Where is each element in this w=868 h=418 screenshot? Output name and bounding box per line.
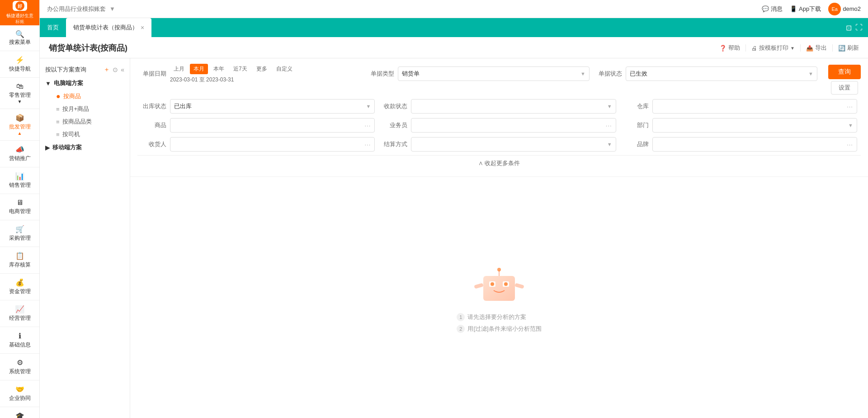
nav-guide[interactable]: 🎓 新手引导 xyxy=(0,407,39,418)
tabbar: 首页 销货单统计表（按商品） × ⊡ ⛶ xyxy=(40,18,868,37)
nav-wholesale[interactable]: 📦 批发管理 ▲ xyxy=(0,109,39,141)
refresh-btn[interactable]: 🔄 刷新 xyxy=(838,44,859,52)
dept-input[interactable]: ▼ xyxy=(652,118,857,133)
dept-caret-icon: ▼ xyxy=(848,123,853,128)
goods-input[interactable]: ··· xyxy=(170,118,375,133)
left-panel-actions: ＋ ⊙ « xyxy=(104,66,124,74)
left-panel-header: 按以下方案查询 ＋ ⊙ « xyxy=(40,63,130,76)
warehouse-input[interactable]: ··· xyxy=(652,99,857,114)
search-menu-item[interactable]: 🔍 搜索菜单 xyxy=(0,25,39,51)
export-icon: 📤 xyxy=(806,45,813,52)
nav-finance[interactable]: 💰 资金管理 xyxy=(0,274,39,300)
date-range-text: 2023-03-01 至 2023-03-31 xyxy=(170,76,362,84)
warehouse-dots-icon[interactable]: ··· xyxy=(847,103,853,110)
dept-label: 部门 xyxy=(623,121,652,129)
consignee-dots-icon[interactable]: ··· xyxy=(364,141,371,148)
tab-active[interactable]: 销货单统计表（按商品） × xyxy=(66,18,151,37)
edit-scheme-btn[interactable]: ⊙ xyxy=(113,66,118,73)
tree-item-by-month-goods[interactable]: ≡ 按月+商品 xyxy=(40,103,130,115)
nav-retail[interactable]: 🛍 零售管理 ▼ xyxy=(0,78,39,109)
message-icon: 💬 xyxy=(762,5,769,12)
tree-item-by-goods[interactable]: ● 按商品 xyxy=(40,90,130,103)
app-download-btn[interactable]: 📱 App下载 xyxy=(790,5,821,13)
help-btn[interactable]: ❓ 帮助 xyxy=(719,44,740,52)
user-avatar-btn[interactable]: Ea demo2 xyxy=(828,3,861,15)
nav-quick-nav[interactable]: ⚡ 快捷导航 xyxy=(0,51,39,78)
tab-home[interactable]: 首页 xyxy=(40,18,66,37)
avatar: Ea xyxy=(828,3,841,15)
page-header: 销货单统计表(按商品) ❓ 帮助 🖨 按模板打印 ▼ 📤 xyxy=(40,37,868,58)
out-status-input[interactable]: 已出库 ▼ xyxy=(170,99,375,114)
topbar-left: 办公用品行业模拟账套 ▼ xyxy=(47,5,115,13)
goods-dots-icon[interactable]: ··· xyxy=(364,122,371,129)
query-button[interactable]: 查询 xyxy=(828,65,861,79)
content-layout: 按以下方案查询 ＋ ⊙ « ▼ 电脑端方案 ● 按商品 xyxy=(40,58,868,418)
empty-tips: 1 请先选择要分析的方案 2 用[过滤]条件来缩小分析范围 xyxy=(457,313,541,333)
nav-marketing[interactable]: 📣 营销推广 xyxy=(0,141,39,167)
list-icon: ≡ xyxy=(56,106,60,113)
doc-status-cell: 单据状态 已生效 ▼ xyxy=(593,64,821,84)
nav-sales[interactable]: 📊 销售管理 xyxy=(0,167,39,194)
tree-mobile-section[interactable]: ▶ 移动端方案 xyxy=(40,141,130,154)
brand-label: 品牌 xyxy=(623,140,652,148)
divider1 xyxy=(745,44,746,52)
filter-panel: 单据日期 上月 本月 本年 近7天 更多 自定义 xyxy=(130,58,868,177)
tab-maximize-btn[interactable]: ⛶ xyxy=(855,24,863,32)
out-status-cell: 出库状态 已出库 ▼ xyxy=(137,99,378,114)
active-indicator-icon: ● xyxy=(56,92,61,100)
page-title-row: 销货单统计表(按商品) ❓ 帮助 🖨 按模板打印 ▼ 📤 xyxy=(49,43,859,58)
doc-type-input[interactable]: 销货单 ▼ xyxy=(398,66,590,81)
doc-status-caret-icon: ▼ xyxy=(808,71,813,76)
goods-cell: 商品 ··· xyxy=(137,118,378,133)
right-panel: 单据日期 上月 本月 本年 近7天 更多 自定义 xyxy=(130,58,868,418)
brand-input[interactable]: ··· xyxy=(652,137,857,152)
setting-button[interactable]: 设置 xyxy=(831,81,858,95)
receive-status-input[interactable]: ▼ xyxy=(411,99,616,114)
tree-item-by-category[interactable]: ≡ 按商品品类 xyxy=(40,115,130,128)
tab-close-btn[interactable]: × xyxy=(141,24,144,31)
message-btn[interactable]: 💬 消息 xyxy=(762,5,783,13)
date-tab-more[interactable]: 更多 xyxy=(253,64,271,74)
nav-ecommerce[interactable]: 🖥 电商管理 xyxy=(0,194,39,220)
category-icon: ≡ xyxy=(56,119,60,125)
staff-dots-icon[interactable]: ··· xyxy=(606,122,612,129)
logo-icon: 好 xyxy=(13,1,27,11)
date-tab-this-month[interactable]: 本月 xyxy=(190,64,208,74)
topbar: 办公用品行业模拟账套 ▼ 💬 消息 📱 App下载 Ea demo2 xyxy=(40,0,868,18)
left-panel: 按以下方案查询 ＋ ⊙ « ▼ 电脑端方案 ● 按商品 xyxy=(40,58,130,418)
nav-purchase[interactable]: 🛒 采购管理 xyxy=(0,220,39,247)
empty-tip-1: 1 请先选择要分析的方案 xyxy=(457,313,541,321)
date-label: 单据日期 xyxy=(141,70,170,78)
svg-text:好: 好 xyxy=(17,4,23,9)
date-tab-this-year[interactable]: 本年 xyxy=(210,64,228,74)
staff-input[interactable]: ··· xyxy=(411,118,616,133)
doc-status-input[interactable]: 已生效 ▼ xyxy=(626,66,817,81)
print-btn[interactable]: 🖨 按模板打印 ▼ xyxy=(751,44,795,52)
tab-minimize-btn[interactable]: ⊡ xyxy=(846,24,852,32)
tree-pc-section[interactable]: ▼ 电脑端方案 xyxy=(40,76,130,90)
out-status-caret-icon: ▼ xyxy=(366,104,371,109)
receive-status-cell: 收款状态 ▼ xyxy=(378,99,619,114)
out-status-label: 出库状态 xyxy=(141,102,170,110)
payment-label: 结算方式 xyxy=(382,140,411,148)
page-title: 销货单统计表(按商品) xyxy=(49,43,127,53)
nav-business[interactable]: 📈 经营管理 xyxy=(0,300,39,327)
industry-dropdown-icon[interactable]: ▼ xyxy=(109,5,115,12)
add-scheme-btn[interactable]: ＋ xyxy=(104,66,110,74)
empty-tip-2: 2 用[过滤]条件来缩小分析范围 xyxy=(457,325,541,333)
nav-enterprise[interactable]: 🤝 企业协同 xyxy=(0,380,39,407)
export-btn[interactable]: 📤 导出 xyxy=(806,44,827,52)
nav-system[interactable]: ⚙ 系统管理 xyxy=(0,354,39,380)
nav-basic-info[interactable]: ℹ 基础信息 xyxy=(0,327,39,354)
collapse-panel-btn[interactable]: « xyxy=(121,66,124,73)
date-tab-7days[interactable]: 近7天 xyxy=(230,64,251,74)
consignee-input[interactable]: ··· xyxy=(170,137,375,152)
payment-input[interactable]: ▼ xyxy=(411,137,616,152)
nav-inventory[interactable]: 📋 库存核算 xyxy=(0,247,39,274)
collapse-btn[interactable]: ∧ 收起更多条件 xyxy=(137,155,861,171)
brand-dots-icon[interactable]: ··· xyxy=(847,141,853,148)
date-tab-custom[interactable]: 自定义 xyxy=(273,64,296,74)
tree-item-by-driver[interactable]: ≡ 按司机 xyxy=(40,128,130,141)
date-tab-last-month[interactable]: 上月 xyxy=(170,64,188,74)
svg-point-8 xyxy=(497,268,501,271)
